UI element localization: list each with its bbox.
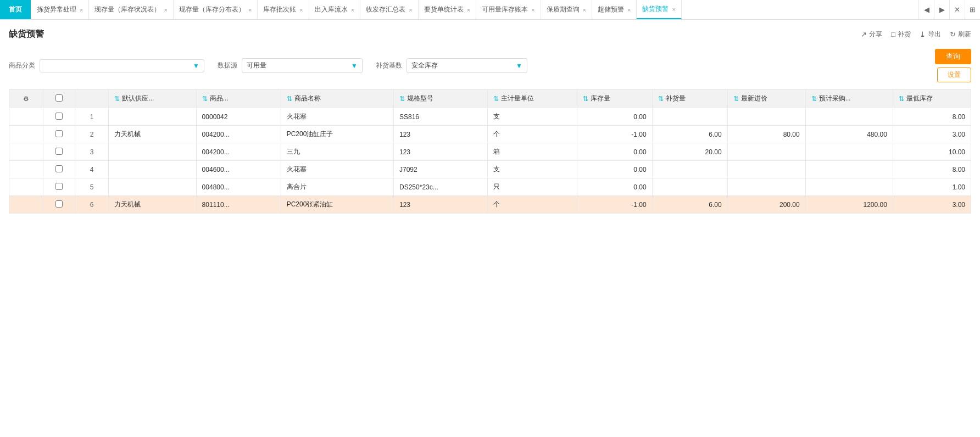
refresh-button[interactable]: ↻ 刷新 [950,30,971,39]
col-unit-header[interactable]: ⇅ 主计量单位 [488,89,577,108]
category-filter: 商品分类 ▼ [9,59,204,72]
row-checkbox-4[interactable] [55,183,63,190]
tab-3[interactable]: 现存量（库存分布表） × [174,0,258,19]
tab-3-label: 现存量（库存分布表） [179,5,245,14]
col-gear-header[interactable]: ⚙ [9,89,43,108]
tab-11-close[interactable]: × [672,6,675,13]
row-check-5[interactable] [43,196,75,214]
tab-5[interactable]: 出入库流水 × [309,0,360,19]
row-check-0[interactable] [43,108,75,126]
share-icon: ↗ [861,30,867,38]
row-unit-5: 个 [488,196,577,214]
tab-next-button[interactable]: ▶ [934,0,949,20]
row-checkbox-2[interactable] [55,148,63,155]
tab-2-close[interactable]: × [164,7,167,13]
tab-4[interactable]: 库存批次账 × [258,0,309,19]
row-check-1[interactable] [43,126,75,143]
tab-7-close[interactable]: × [467,7,470,13]
row-spec-0: SS816 [394,108,488,126]
spec-sort-icon: ⇅ [399,95,405,103]
row-num-0: 1 [75,108,109,126]
row-spec-4: DS250*23c... [394,178,488,196]
tab-expand-button[interactable]: ⊞ [965,0,980,20]
row-check-4[interactable] [43,178,75,196]
tab-10-label: 超储预警 [598,5,624,14]
row-spec-5: 123 [394,196,488,214]
tab-1[interactable]: 拣货异常处理 × [31,0,89,19]
tab-home-label: 首页 [9,5,22,14]
tab-9[interactable]: 保质期查询 × [541,0,592,19]
tab-10[interactable]: 超储预警 × [592,0,637,19]
tab-6[interactable]: 收发存汇总表 × [360,0,418,19]
tab-8-close[interactable]: × [531,7,534,13]
row-checkbox-3[interactable] [55,165,63,172]
col-stock-header[interactable]: ⇅ 库存量 [577,89,652,108]
settings-button[interactable]: 设置 [937,68,971,82]
col-supplier-header[interactable]: ⇅ 默认供应... [109,89,196,108]
row-price-3 [727,161,805,178]
spec-col-label: 规格型号 [407,94,433,103]
col-check-header[interactable] [43,89,75,108]
tab-5-close[interactable]: × [351,7,354,13]
tab-7[interactable]: 要货单统计表 × [419,0,476,19]
row-stock-3: 0.00 [577,161,652,178]
tab-11[interactable]: 缺货预警 × [637,0,681,19]
category-select[interactable]: ▼ [40,59,204,72]
select-all-checkbox[interactable] [55,94,63,102]
tab-8-label: 可用量库存账本 [482,5,528,14]
tab-4-close[interactable]: × [299,7,303,13]
row-checkbox-1[interactable] [55,130,63,137]
row-num-2: 3 [75,143,109,161]
row-purchase-2 [805,143,893,161]
row-stock-0: 0.00 [577,108,652,126]
tab-close-all-button[interactable]: ✕ [949,0,965,20]
tab-9-close[interactable]: × [583,7,586,13]
row-supplier-4 [109,178,196,196]
share-button[interactable]: ↗ 分享 [861,30,882,39]
share-label: 分享 [869,30,882,39]
tab-6-label: 收发存汇总表 [366,5,405,14]
replenish-base-filter: 补货基数 安全库存 ▼ [376,58,527,73]
replenish-button[interactable]: □ 补货 [891,30,911,39]
col-spec-header[interactable]: ⇅ 规格型号 [394,89,488,108]
tab-2[interactable]: 现存量（库存状况表） × [89,0,173,19]
datasource-select[interactable]: 可用量 ▼ [242,58,363,73]
tab-7-label: 要货单统计表 [424,5,464,14]
tab-8[interactable]: 可用量库存账本 × [476,0,541,19]
col-min-header[interactable]: ⇅ 最低库存 [893,89,971,108]
col-purchase-header[interactable]: ⇅ 预计采购... [805,89,893,108]
tab-6-close[interactable]: × [409,7,412,13]
filter-row: 商品分类 ▼ 数据源 可用量 ▼ 补货基数 安全库存 ▼ 查询 设置 [9,49,971,82]
query-button[interactable]: 查询 [935,49,971,64]
main-content: 缺货预警 ↗ 分享 □ 补货 ⤓ 导出 ↻ 刷新 商品分类 [0,20,980,437]
table-row: 5 004800... 离合片 DS250*23c... 只 0.00 1.00 [9,178,971,196]
row-checkbox-0[interactable] [55,113,63,120]
row-check-3[interactable] [43,161,75,178]
replenish-base-select[interactable]: 安全库存 ▼ [407,58,527,73]
col-replenish-header[interactable]: ⇅ 补货量 [652,89,727,108]
row-check-2[interactable] [43,143,75,161]
export-button[interactable]: ⤓ 导出 [920,30,941,39]
row-code-2: 004200... [196,143,281,161]
tab-10-close[interactable]: × [627,7,631,13]
tab-11-label: 缺货预警 [642,4,669,14]
tab-home[interactable]: 首页 [0,0,31,19]
row-unit-4: 只 [488,178,577,196]
tab-1-close[interactable]: × [80,7,83,13]
row-num-1: 2 [75,126,109,143]
row-stock-5: -1.00 [577,196,652,214]
tab-prev-button[interactable]: ◀ [918,0,934,20]
tab-3-close[interactable]: × [248,7,252,13]
replenish-sort-icon: ⇅ [658,95,664,103]
row-gear-0 [9,108,43,126]
purchase-col-label: 预计采购... [819,94,851,103]
col-code-header[interactable]: ⇅ 商品... [196,89,281,108]
row-price-5: 200.00 [727,196,805,214]
price-col-label: 最新进价 [741,94,767,103]
col-name-header[interactable]: ⇅ 商品名称 [281,89,393,108]
col-price-header[interactable]: ⇅ 最新进价 [727,89,805,108]
row-checkbox-5[interactable] [55,200,63,208]
row-replenish-3 [652,161,727,178]
row-num-4: 5 [75,178,109,196]
row-gear-1 [9,126,43,143]
